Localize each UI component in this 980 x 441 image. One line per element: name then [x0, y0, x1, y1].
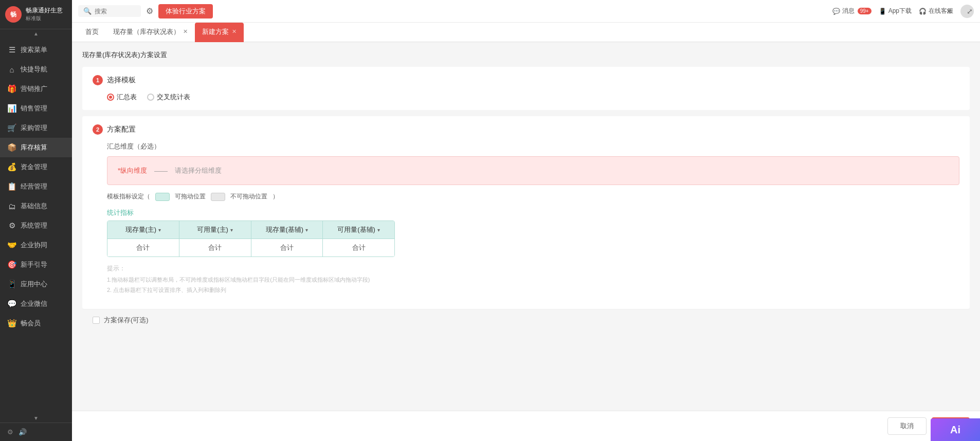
- vip-icon: 👑: [7, 319, 16, 328]
- trial-button[interactable]: 体验行业方案: [158, 4, 213, 19]
- save-row: 方案保存(可选): [82, 309, 970, 331]
- sidebar-item-label: 经营管理: [21, 182, 47, 191]
- sidebar-item-app-center[interactable]: 📱 应用中心: [0, 274, 72, 294]
- ai-fab-button[interactable]: Ai: [931, 418, 980, 441]
- quick-nav-icon: ⌂: [7, 65, 16, 74]
- app-download-label: App下载: [888, 7, 912, 15]
- sidebar-item-quick-nav[interactable]: ⌂ 快捷导航: [0, 60, 72, 79]
- tab-inventory-status[interactable]: 现存量（库存状况表） ✕: [106, 23, 195, 42]
- operations-icon: 📋: [7, 182, 16, 191]
- sidebar: 畅 畅康通好生意 标准版 ▲ ☰ 搜索菜单 ⌂ 快捷导航 🎁 营销推广 📊 销售…: [0, 0, 72, 441]
- sidebar-item-label: 新手引导: [21, 260, 47, 269]
- cancel-button[interactable]: 取消: [887, 417, 927, 435]
- sidebar-item-inventory[interactable]: 📦 库存核算: [0, 138, 72, 157]
- sidebar-item-label: 营销推广: [21, 84, 47, 94]
- search-input[interactable]: [95, 8, 136, 15]
- system-icon: ⚙: [7, 221, 16, 230]
- sidebar-item-label: 系统管理: [21, 221, 47, 230]
- tab-home[interactable]: 首页: [78, 23, 106, 42]
- stats-label: 统计指标: [107, 208, 959, 217]
- header-cell-3[interactable]: 可用量(基辅) ▾: [323, 221, 394, 238]
- step1-title: 选择模板: [107, 76, 136, 85]
- app-logo-icon: 畅: [5, 6, 22, 23]
- chevron-1[interactable]: ▾: [230, 227, 233, 233]
- radio-summary-label: 汇总表: [117, 93, 137, 102]
- page-content: 现存量(库存状况表)方案设置 1 选择模板 汇总表 交叉统计表 2: [72, 42, 980, 411]
- phone-icon: 📱: [879, 8, 886, 15]
- sidebar-item-search-menu[interactable]: ☰ 搜索菜单: [0, 40, 72, 60]
- radio-summary[interactable]: 汇总表: [107, 93, 137, 102]
- sidebar-item-label: 资金管理: [21, 162, 47, 172]
- dimension-required-label: *纵向维度: [118, 166, 147, 175]
- sidebar-item-vip[interactable]: 👑 畅会员: [0, 314, 72, 333]
- template-options: 汇总表 交叉统计表: [107, 93, 959, 102]
- sidebar-item-enterprise[interactable]: 🤝 企业协同: [0, 235, 72, 255]
- header-cell-1[interactable]: 可用量(主) ▾: [179, 221, 251, 238]
- close-window-button[interactable]: ✕: [939, 2, 959, 21]
- headset-icon: 🎧: [919, 8, 927, 15]
- chevron-0[interactable]: ▾: [158, 227, 161, 233]
- tab-new-scheme[interactable]: 新建方案 ✕: [195, 23, 244, 42]
- dimension-placeholder: 请选择分组维度: [175, 166, 222, 175]
- main-area: 🔍 ⚙ 体验行业方案 💬 消息 99+ 📱 App下载 🎧 在线客服 ✕ ⤢: [72, 0, 980, 441]
- sidebar-item-sales[interactable]: 📊 销售管理: [0, 99, 72, 118]
- scroll-down[interactable]: ▼: [0, 414, 72, 422]
- tab-inventory-close-icon[interactable]: ✕: [183, 28, 188, 35]
- sidebar-footer: ⚙ 🔊: [0, 422, 72, 441]
- inventory-icon: 📦: [7, 143, 16, 152]
- chevron-3[interactable]: ▾: [377, 227, 380, 233]
- stats-table: 现存量(主) ▾ 可用量(主) ▾ 现存量(基辅) ▾ 可用量(基辅) ▾: [107, 220, 395, 257]
- message-button[interactable]: 💬 消息 99+: [832, 7, 872, 15]
- footer: 取消 查询: [72, 411, 980, 441]
- settings-icon[interactable]: ⚙: [7, 428, 13, 436]
- sidebar-item-system[interactable]: ⚙ 系统管理: [0, 216, 72, 235]
- tab-new-scheme-close-icon[interactable]: ✕: [232, 28, 237, 35]
- sidebar-item-label: 库存核算: [21, 143, 47, 152]
- no-drag-indicator: [211, 193, 225, 201]
- tabbar: 首页 现存量（库存状况表） ✕ 新建方案 ✕: [72, 23, 980, 42]
- sidebar-item-basic-info[interactable]: 🗂 基础信息: [0, 196, 72, 216]
- search-menu-icon: ☰: [7, 45, 16, 54]
- stats-header-row: 现存量(主) ▾ 可用量(主) ▾ 现存量(基辅) ▾ 可用量(基辅) ▾: [107, 221, 394, 238]
- header-label-2: 现存量(基辅): [266, 225, 304, 234]
- app-download-button[interactable]: 📱 App下载: [879, 7, 912, 15]
- step2-header: 2 方案配置: [93, 124, 959, 135]
- maximize-window-button[interactable]: ⤢: [959, 2, 980, 21]
- sidebar-item-finance[interactable]: 💰 资金管理: [0, 157, 72, 177]
- step2-badge: 2: [93, 124, 103, 135]
- purchase-icon: 🛒: [7, 123, 16, 133]
- sidebar-item-label: 基础信息: [21, 201, 47, 211]
- header-label-1: 可用量(主): [197, 225, 228, 234]
- radio-cross-dot: [147, 94, 154, 101]
- sidebar-item-marketing[interactable]: 🎁 营销推广: [0, 79, 72, 99]
- sales-icon: 📊: [7, 104, 16, 113]
- sidebar-item-purchase[interactable]: 🛒 采购管理: [0, 118, 72, 138]
- sidebar-item-label: 快捷导航: [21, 65, 47, 74]
- sidebar-item-label: 畅会员: [21, 319, 41, 328]
- topbar: 🔍 ⚙ 体验行业方案 💬 消息 99+ 📱 App下载 🎧 在线客服 ✕ ⤢: [72, 0, 980, 23]
- header-cell-0[interactable]: 现存量(主) ▾: [107, 221, 179, 238]
- gear-icon[interactable]: ⚙: [146, 6, 153, 16]
- app-edition: 标准版: [26, 15, 63, 22]
- scroll-up[interactable]: ▲: [0, 29, 72, 38]
- speaker-icon[interactable]: 🔊: [19, 428, 27, 436]
- tip-item-1: 2. 点击标题栏下拉可设置排序、插入列和删除列: [107, 285, 945, 296]
- data-cell-2: 合计: [251, 238, 323, 256]
- drag-label: 可拖动位置: [175, 192, 206, 201]
- topbar-search-box[interactable]: 🔍: [78, 5, 141, 17]
- header-cell-2[interactable]: 现存量(基辅) ▾: [251, 221, 323, 238]
- sidebar-item-label: 搜索菜单: [21, 45, 47, 54]
- drag-indicator: [155, 193, 170, 201]
- finance-icon: 💰: [7, 162, 16, 172]
- wechat-icon: 💬: [7, 299, 16, 308]
- message-icon: 💬: [832, 8, 840, 15]
- sidebar-item-operations[interactable]: 📋 经营管理: [0, 177, 72, 196]
- step2-title: 方案配置: [107, 125, 136, 134]
- save-checkbox[interactable]: [93, 317, 100, 324]
- sidebar-item-newbie[interactable]: 🎯 新手引导: [0, 255, 72, 274]
- sidebar-item-wechat[interactable]: 💬 企业微信: [0, 294, 72, 314]
- radio-cross[interactable]: 交叉统计表: [147, 93, 190, 102]
- chevron-2[interactable]: ▾: [305, 227, 308, 233]
- tips-section: 提示： 1.拖动标题栏可以调整布局，不可跨维度或指标区域拖动栏目字段(只能在同一…: [107, 264, 945, 296]
- dimension-box[interactable]: *纵向维度 —— 请选择分组维度: [107, 156, 959, 185]
